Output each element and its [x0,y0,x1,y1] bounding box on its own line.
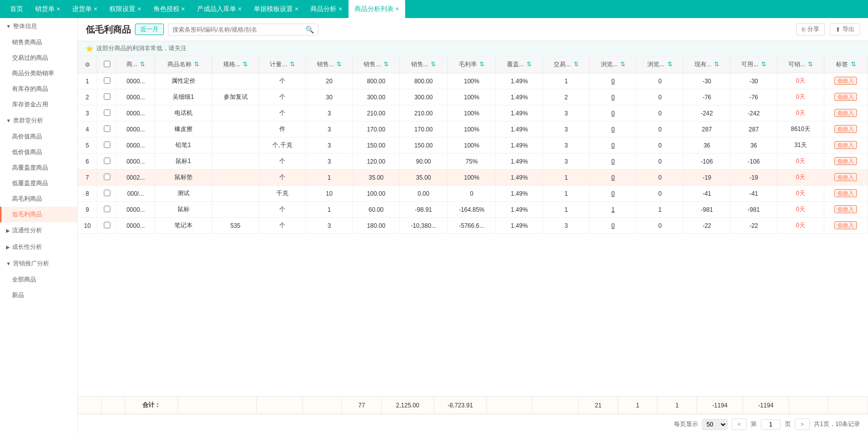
col-current[interactable]: 现有... ⇅ [683,56,731,73]
nav-item-home[interactable]: 首页 [4,0,29,18]
sidebar-item-low-coverage[interactable]: 低覆盖度商品 [0,176,77,191]
col-sales-profit[interactable]: 销售... ⇅ [400,56,448,73]
row-gross-rate: 100% [447,89,496,105]
row-views1[interactable]: 0 [590,73,637,89]
row-views1[interactable]: 0 [590,218,637,234]
row-sales-profit: 170.00 [400,121,448,137]
sidebar-item-all-products[interactable]: 全部商品 [0,272,77,287]
col-views2[interactable]: 浏览... ⇅ [636,56,683,73]
nav-item-analysis[interactable]: 商品分析 × [304,0,348,18]
col-views1[interactable]: 浏览... ⇅ [590,56,637,73]
row-checkbox[interactable] [97,186,117,202]
row-select-checkbox[interactable] [104,93,110,100]
sidebar-group-liquidity-title[interactable]: ▶ 流通性分析 [0,222,77,239]
sidebar-item-high-margin[interactable]: 高毛利商品 [0,191,77,207]
sidebar-item-high-coverage[interactable]: 高覆盖度商品 [0,160,77,176]
col-sales-amount[interactable]: 销售... ⇅ [353,56,400,73]
sidebar-item-low-margin[interactable]: 低毛利商品 [0,207,77,222]
row-select-checkbox[interactable] [104,190,110,196]
nav-item-permissions[interactable]: 权限设置 × [103,0,147,18]
col-tag[interactable]: 标签 ⇅ [824,56,867,73]
sidebar-item-category-rate[interactable]: 商品分类助销率 [0,66,77,81]
row-views1[interactable]: 0 [590,121,637,137]
row-views1[interactable]: 0 [590,154,637,170]
sidebar-item-inventory-capital[interactable]: 库存资金占用 [0,97,77,112]
share-button[interactable]: ⎘ 分享 [796,23,825,36]
row-code: 0000... [117,154,155,170]
row-select-checkbox[interactable] [104,109,110,116]
row-current: -22 [683,218,731,234]
col-unit[interactable]: 计量... ⇅ [259,56,306,73]
prev-page-button[interactable]: ＜ [732,418,747,430]
sidebar-item-in-stock[interactable]: 有库存的商品 [0,81,77,97]
row-select-checkbox[interactable] [104,174,110,180]
row-checkbox[interactable] [97,121,117,137]
row-views1[interactable]: 0 [590,170,637,186]
select-all-checkbox[interactable] [104,61,110,67]
row-checkbox[interactable] [97,202,117,218]
sidebar-item-traded-products[interactable]: 交易过的商品 [0,50,77,66]
row-views1[interactable]: 0 [590,137,637,154]
row-views1[interactable]: 1 [590,202,637,218]
row-select-checkbox[interactable] [104,222,110,228]
row-code: 000/... [117,186,155,202]
row-spec: 参加复试 [212,89,259,105]
col-code[interactable]: 商... ⇅ [117,56,155,73]
col-gross-rate[interactable]: 毛利率 ⇅ [447,56,496,73]
col-spec[interactable]: 规格... ⇅ [212,56,259,73]
row-select-checkbox[interactable] [104,125,110,132]
sidebar-item-sales-products[interactable]: 销售类商品 [0,35,77,50]
nav-item-products[interactable]: 产成品入库单 × [191,0,248,18]
row-checkbox[interactable] [97,137,117,154]
col-coverage[interactable]: 覆盖... ⇅ [496,56,543,73]
row-checkbox[interactable] [97,154,117,170]
row-spec [212,186,259,202]
export-button[interactable]: ⬆ 导出 [830,23,860,36]
next-page-button[interactable]: ＞ [795,418,810,430]
search-input[interactable] [172,26,305,33]
header-actions: ⎘ 分享 ⬆ 导出 [796,23,860,36]
chevron-right-icon: ▶ [6,228,10,233]
sidebar-group-overall-title[interactable]: ▼ 整体信息 [0,18,77,35]
row-checkbox[interactable] [97,218,117,234]
row-select-checkbox[interactable] [104,158,110,164]
nav-item-purchase[interactable]: 进货单 × [66,0,103,18]
nav-item-templates[interactable]: 单据模板设置 × [248,0,304,18]
row-views1[interactable]: 0 [590,105,637,121]
nav-item-analysis-list[interactable]: 商品分析列表 × [349,0,405,18]
col-sales-qty[interactable]: 销售... ⇅ [306,56,353,73]
sidebar-group-marketing-title[interactable]: ▼ 营销推广分析 [0,255,77,272]
search-icon[interactable]: 🔍 [305,26,314,34]
sidebar-group-growth-title[interactable]: ▶ 成长性分析 [0,239,77,255]
per-page-select[interactable]: 50 20 100 [702,419,728,430]
row-select-checkbox[interactable] [104,77,110,84]
col-checkbox[interactable] [97,56,117,73]
row-unit: 个 [259,89,306,105]
sidebar-item-low-value[interactable]: 低价值商品 [0,144,77,160]
nav-item-sales[interactable]: 销货单 × [29,0,66,18]
row-coverage: 1.49% [496,89,543,105]
sidebar-item-high-value[interactable]: 高价值商品 [0,129,77,144]
row-trade: 1 [543,202,590,218]
row-checkbox[interactable] [97,89,117,105]
row-checkbox[interactable] [97,105,117,121]
filter-button[interactable]: 近一月 [135,24,164,35]
col-sellable[interactable]: 可销... ⇅ [777,56,824,73]
row-unit: 个 [259,73,306,89]
sidebar-group-cluster-title[interactable]: ▼ 类群堂分析 [0,112,77,129]
row-checkbox[interactable] [97,170,117,186]
page-input[interactable] [761,419,781,429]
row-no: 4 [78,121,97,137]
row-views1[interactable]: 0 [590,186,637,202]
col-name[interactable]: 商品名称 ⇅ [154,56,212,73]
row-select-checkbox[interactable] [104,141,110,148]
col-available[interactable]: 可用... ⇅ [730,56,777,73]
row-select-checkbox[interactable] [104,206,110,212]
sidebar-item-new-products[interactable]: 新品 [0,287,77,303]
row-checkbox[interactable] [97,73,117,89]
row-views1[interactable]: 0 [590,89,637,105]
col-settings[interactable]: ⚙ [78,56,97,73]
col-trade[interactable]: 交易... ⇅ [543,56,590,73]
row-trade: 2 [543,89,590,105]
nav-item-roles[interactable]: 角色授权 × [147,0,191,18]
